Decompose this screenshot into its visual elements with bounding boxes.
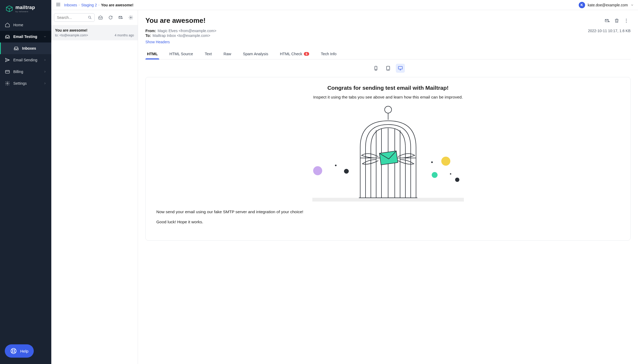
email-to: to: <to@example.com> <box>55 33 88 37</box>
nav-settings[interactable]: Settings <box>0 78 51 89</box>
svg-rect-0 <box>6 70 10 73</box>
dots-vertical-icon <box>624 18 629 23</box>
inbox-check-icon <box>5 34 10 39</box>
svg-point-9 <box>626 20 627 21</box>
topbar: Inboxes › Staging 2 › You are awesome! K… <box>51 0 638 10</box>
nav-inboxes[interactable]: Inboxes <box>0 42 51 54</box>
home-icon <box>5 22 10 28</box>
user-menu[interactable]: K kate.doe@example.com <box>579 2 634 8</box>
svg-point-10 <box>626 22 627 23</box>
nav: Home Email Testing Inboxes Email Sending… <box>0 19 51 344</box>
preview-paragraph-3: Good luck! Hope it works. <box>156 220 620 224</box>
preview-heading: Congrats for sending test email with Mai… <box>156 85 620 91</box>
preview-paragraph-2: Now send your email using our fake SMTP … <box>156 209 620 214</box>
mark-read-button[interactable] <box>96 13 105 22</box>
list-settings-button[interactable] <box>127 13 135 22</box>
svg-point-12 <box>376 69 376 70</box>
viewport-tablet[interactable] <box>384 64 393 73</box>
refresh-button[interactable] <box>106 13 115 22</box>
email-item[interactable]: You are awesome! to: <to@example.com> 4 … <box>51 25 138 40</box>
logo[interactable]: mailtrap by railsware <box>0 0 51 19</box>
refresh-icon <box>108 15 113 20</box>
svg-rect-16 <box>312 198 464 202</box>
svg-point-30 <box>441 157 450 166</box>
from-label: From: <box>145 29 156 33</box>
chevron-right-icon <box>43 82 47 85</box>
nav-email-testing[interactable]: Email Testing <box>0 31 51 42</box>
svg-point-4 <box>89 16 91 18</box>
from-value: Magic Elves <from@example.com> <box>158 29 216 33</box>
trash-icon <box>614 18 619 23</box>
mobile-icon <box>373 66 379 71</box>
svg-rect-15 <box>398 66 402 69</box>
list-toolbar <box>51 10 138 25</box>
svg-point-31 <box>432 172 438 178</box>
svg-point-34 <box>450 173 451 175</box>
breadcrumb-project[interactable]: Staging 2 <box>81 3 97 7</box>
viewport-mobile[interactable] <box>371 64 380 73</box>
to-label: To: <box>145 33 151 38</box>
avatar: K <box>579 2 585 8</box>
tab-raw[interactable]: Raw <box>222 49 233 59</box>
tab-text[interactable]: Text <box>203 49 213 59</box>
nav-home-label: Home <box>13 23 23 27</box>
nav-billing-label: Billing <box>13 70 23 74</box>
clear-button[interactable] <box>116 13 125 22</box>
html-check-badge: 6 <box>304 52 309 56</box>
gear-icon <box>5 81 10 86</box>
nav-home[interactable]: Home <box>0 19 51 31</box>
email-preview: Congrats for sending test email with Mai… <box>145 77 631 241</box>
svg-point-32 <box>455 178 459 182</box>
sidebar: mailtrap by railsware Home Email Testing… <box>0 0 51 364</box>
svg-point-29 <box>335 165 337 166</box>
chevron-right-icon <box>43 70 47 73</box>
svg-point-1 <box>7 83 8 84</box>
tab-spam[interactable]: Spam Analysis <box>241 49 270 59</box>
tabs: HTML HTML Source Text Raw Spam Analysis … <box>145 49 631 59</box>
tablet-icon <box>385 66 391 71</box>
breadcrumb-inboxes[interactable]: Inboxes <box>64 3 77 7</box>
viewport-desktop[interactable] <box>396 64 405 73</box>
svg-rect-26 <box>379 151 398 165</box>
show-headers-link[interactable]: Show Headers <box>145 40 170 44</box>
breadcrumb-sep: › <box>79 3 79 6</box>
email-title: You are awesome! <box>145 16 603 25</box>
chevron-down-icon <box>631 3 634 7</box>
help-label: Help <box>20 349 28 353</box>
tab-html-check[interactable]: HTML Check6 <box>278 49 311 59</box>
email-age: 4 months ago <box>115 33 134 37</box>
nav-email-sending[interactable]: Email Sending <box>0 54 51 66</box>
svg-point-33 <box>431 161 433 163</box>
lifebuoy-icon <box>10 348 17 354</box>
help-button[interactable]: Help <box>5 344 34 358</box>
search-icon <box>88 15 92 20</box>
birdcage-illustration <box>312 105 464 203</box>
chevron-right-icon <box>43 58 47 62</box>
svg-point-27 <box>313 166 322 175</box>
nav-email-testing-label: Email Testing <box>13 35 37 39</box>
breadcrumb: Inboxes › Staging 2 › You are awesome! <box>64 3 133 7</box>
desktop-icon <box>398 66 403 71</box>
tab-html-source[interactable]: HTML Source <box>168 49 195 59</box>
card-icon <box>5 69 10 74</box>
delete-button[interactable] <box>612 16 621 25</box>
nav-billing[interactable]: Billing <box>0 66 51 78</box>
user-email: kate.doe@example.com <box>588 3 628 7</box>
svg-point-28 <box>344 169 349 174</box>
envelope-open-icon <box>98 15 103 20</box>
logo-byline: by railsware <box>15 10 35 13</box>
tab-html[interactable]: HTML <box>145 49 159 59</box>
menu-toggle[interactable] <box>56 2 61 8</box>
tab-tech[interactable]: Tech Info <box>319 49 338 59</box>
viewport-switch <box>145 59 631 77</box>
email-detail: You are awesome! <box>138 10 638 364</box>
chevron-down-icon <box>43 35 47 38</box>
svg-point-14 <box>388 69 388 70</box>
email-list-pane: You are awesome! to: <to@example.com> 4 … <box>51 10 138 364</box>
more-button[interactable] <box>622 16 631 25</box>
forward-button[interactable] <box>603 16 611 25</box>
breadcrumb-current: You are awesome! <box>101 3 133 7</box>
logo-text: mailtrap <box>15 5 35 10</box>
email-list: You are awesome! to: <to@example.com> 4 … <box>51 25 138 364</box>
nav-settings-label: Settings <box>13 81 27 85</box>
